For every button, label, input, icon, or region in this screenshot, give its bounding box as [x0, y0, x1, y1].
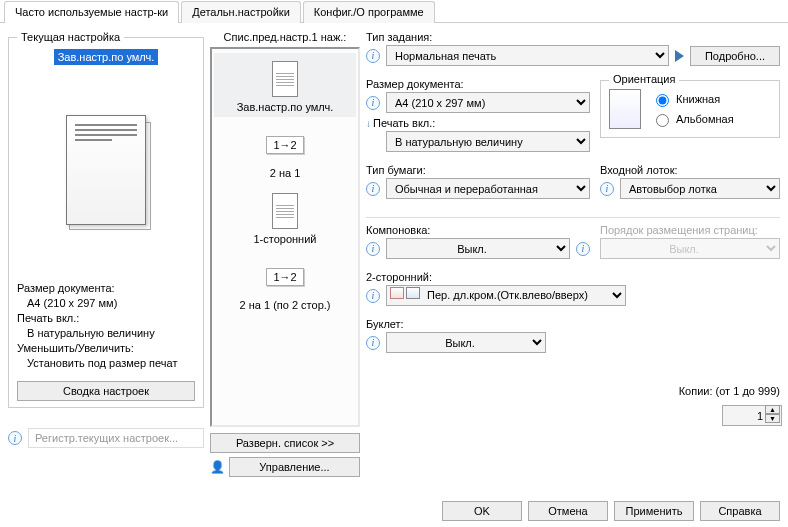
page-preview — [17, 65, 195, 275]
info-scale-value: Установить под размер печат — [17, 356, 195, 371]
info-printon-label: Печать вкл.: — [17, 311, 195, 326]
preset-item-label: 2 на 1 (по 2 стор.) — [214, 299, 356, 311]
input-tray-select[interactable]: Автовыбор лотка — [620, 178, 780, 199]
print-on-select[interactable]: В натуральную величину — [386, 131, 590, 152]
info-icon[interactable]: i — [600, 182, 614, 196]
expand-list-button[interactable]: Разверн. список >> — [210, 433, 360, 453]
print-on-label: Печать вкл.: — [373, 117, 435, 129]
preset-list[interactable]: Зав.настр.по умлч. 1→2 2 на 1 1-сторонни… — [210, 47, 360, 427]
cancel-button[interactable]: Отмена — [528, 501, 608, 521]
copies-label: Копии: (от 1 до 999) — [679, 385, 780, 397]
doc-size-label: Размер документа: — [366, 78, 590, 90]
details-button[interactable]: Подробно... — [690, 46, 780, 66]
page-order-label: Порядок размещения страниц: — [600, 224, 780, 236]
info-icon[interactable]: i — [576, 242, 590, 256]
tab-detail[interactable]: Детальн.настройки — [181, 1, 301, 23]
orientation-legend: Ориентация — [609, 73, 679, 85]
preset-list-title: Спис.пред.настр.1 наж.: — [210, 31, 360, 43]
register-settings-button[interactable]: Регистр.текущих настроек... — [28, 428, 204, 448]
doc-size-select[interactable]: A4 (210 x 297 мм) — [386, 92, 590, 113]
booklet-select[interactable]: Выкл. — [386, 332, 546, 353]
layout-select[interactable]: Выкл. — [386, 238, 570, 259]
info-icon[interactable]: i — [366, 96, 380, 110]
ok-button[interactable]: OK — [442, 501, 522, 521]
orientation-group: Ориентация Книжная Альбомная — [600, 80, 780, 138]
info-icon[interactable]: i — [366, 242, 380, 256]
info-docsize-label: Размер документа: — [17, 281, 195, 296]
duplex-select[interactable] — [386, 285, 626, 306]
input-tray-label: Входной лоток: — [600, 164, 780, 176]
orientation-landscape[interactable]: Альбомная — [651, 111, 734, 127]
preset-item-2on1-2sided[interactable]: 1→2 2 на 1 (по 2 стор.) — [214, 251, 356, 315]
info-icon[interactable]: i — [366, 336, 380, 350]
current-setting-legend: Текущая настройка — [17, 31, 124, 43]
duplex-label: 2-сторонний: — [366, 271, 780, 283]
tab-config[interactable]: Конфиг./О программе — [303, 1, 435, 23]
current-setting-group: Текущая настройка Зав.настр.по умлч. Раз… — [8, 31, 204, 408]
info-printon-value: В натуральную величину — [17, 326, 195, 341]
info-icon[interactable]: i — [366, 49, 380, 63]
user-icon: 👤 — [210, 460, 225, 474]
preset-item-1sided[interactable]: 1-сторонний — [214, 185, 356, 249]
arrow-down-icon: ↓ — [366, 118, 371, 129]
apply-button[interactable]: Применить — [614, 501, 694, 521]
job-type-select[interactable]: Нормальная печать — [386, 45, 669, 66]
manage-button[interactable]: Управление... — [229, 457, 360, 477]
page-order-select: Выкл. — [600, 238, 780, 259]
paper-type-label: Тип бумаги: — [366, 164, 590, 176]
info-docsize-value: A4 (210 x 297 мм) — [17, 296, 195, 311]
preset-item-label: 1-сторонний — [214, 233, 356, 245]
info-icon[interactable]: i — [366, 289, 380, 303]
preset-item-2on1[interactable]: 1→2 2 на 1 — [214, 119, 356, 183]
orientation-preview-icon — [609, 89, 641, 129]
tab-frequent[interactable]: Часто используемые настр-ки — [4, 1, 179, 23]
info-icon[interactable]: i — [8, 431, 22, 445]
current-preset-name: Зав.настр.по умлч. — [54, 49, 159, 65]
info-icon[interactable]: i — [366, 182, 380, 196]
copies-spin-down[interactable]: ▼ — [765, 414, 780, 423]
preset-item-default[interactable]: Зав.настр.по умлч. — [214, 53, 356, 117]
settings-summary-button[interactable]: Сводка настроек — [17, 381, 195, 401]
preset-item-label: Зав.настр.по умлч. — [214, 101, 356, 113]
info-scale-label: Уменьшить/Увеличить: — [17, 341, 195, 356]
paper-type-select[interactable]: Обычная и переработанная — [386, 178, 590, 199]
copies-spin-up[interactable]: ▲ — [765, 405, 780, 414]
preset-item-label: 2 на 1 — [214, 167, 356, 179]
layout-label: Компоновка: — [366, 224, 590, 236]
booklet-label: Буклет: — [366, 318, 780, 330]
job-type-label: Тип задания: — [366, 31, 780, 43]
help-button[interactable]: Справка — [700, 501, 780, 521]
play-icon[interactable] — [675, 50, 684, 62]
orientation-portrait[interactable]: Книжная — [651, 91, 734, 107]
